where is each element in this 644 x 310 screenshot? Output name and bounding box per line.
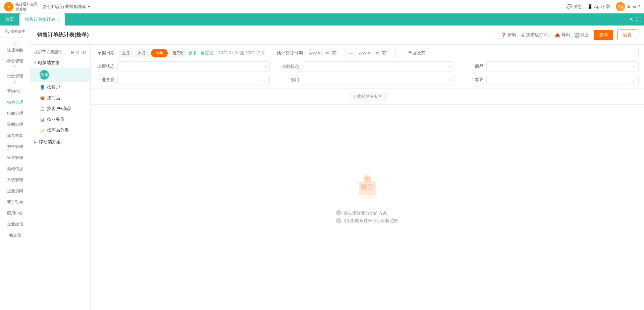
- svg-rect-4: [368, 184, 374, 186]
- status-label: 单据状态: [407, 50, 425, 56]
- sidebar-item-member[interactable]: 畅会员: [0, 230, 30, 241]
- sidebar-item-inventory[interactable]: 库存核算: [0, 130, 30, 141]
- department-label: 部门: [280, 77, 299, 83]
- workspace-selector[interactable]: 办公用品行业模拟账套 ▾: [40, 4, 93, 10]
- maximize-icon[interactable]: ⛶: [636, 17, 641, 22]
- scheme-item-by-customer[interactable]: 👤 按客户: [30, 82, 90, 93]
- logo-text: 畅捷通好生意 标准版: [15, 2, 38, 11]
- scheme-item-by-order[interactable]: 按单: [30, 68, 90, 82]
- refresh-button[interactable]: 🔄 刷新: [574, 32, 590, 38]
- date-btn-this-year[interactable]: 本年: [151, 49, 168, 57]
- sidebar-item-retail[interactable]: 零售管理 ▾: [0, 56, 30, 71]
- customer-goods-icon: 📋: [40, 106, 45, 111]
- sidebar-item-ecommerce[interactable]: 电商管理: [0, 108, 30, 119]
- chevron-up-icon: ▴: [14, 80, 16, 83]
- filter-cell-customer: 客户 ···: [465, 75, 639, 85]
- empty-tip-2: 2 用[过滤]条件来缩小分析范围: [336, 217, 398, 224]
- salesperson-input[interactable]: ···: [117, 75, 270, 85]
- filter-cell-expected-date: 预计交货日期 yyyy-mm-dd 📅 — yyyy-mm-dd 📅: [277, 48, 396, 58]
- sidebar: 🔍 搜索菜单 ☆ 快捷导航 零售管理 ▾ 批发管理 ▴ 营销推广 销售管理 电商…: [0, 25, 30, 310]
- category-icon: 🗂: [40, 127, 45, 133]
- scheme-item-by-goods[interactable]: 📦 按商品: [30, 93, 90, 103]
- tab-close-icon[interactable]: ×: [57, 17, 60, 22]
- date-btn-more[interactable]: 更多: [188, 50, 197, 56]
- tab-home[interactable]: 首页: [0, 13, 19, 25]
- date-btn-custom[interactable]: 自定义: [200, 50, 213, 56]
- filter-cell-out-status: 出库状态 ▾: [96, 61, 270, 71]
- page-header: 销售订单统计表(按单) ❓ 帮助 🖨 按模板打印 ▾ 📤 导出 🔄 刷新: [30, 25, 644, 45]
- sidebar-item-wholesale[interactable]: 批发管理 ▴: [0, 71, 30, 86]
- help-button[interactable]: ❓ 帮助: [501, 32, 516, 38]
- chevron-down-icon: ▾: [634, 51, 636, 55]
- tip-number-2: 2: [336, 218, 341, 223]
- date-label: 单据日期: [96, 50, 115, 56]
- date-separator: —: [348, 51, 353, 56]
- collapse-button[interactable]: ∧ 收起更多条件: [349, 92, 386, 101]
- goods-input[interactable]: ···: [486, 61, 639, 71]
- top-bar: 畅捷通好生意 标准版 办公用品行业模拟账套 ▾ 💬 消息 📱 App下载 Ea …: [0, 0, 644, 13]
- message-button[interactable]: 💬 消息: [567, 4, 582, 10]
- main-content: 单据日期 上月 本月 本年: [91, 45, 644, 310]
- sidebar-item-wechat[interactable]: 企业微信: [0, 219, 30, 230]
- sidebar-item-purchase[interactable]: 采购管理: [0, 119, 30, 130]
- sidebar-item-finance[interactable]: 资金管理: [0, 141, 30, 152]
- export-button[interactable]: 📤 导出: [555, 32, 570, 38]
- out-status-select[interactable]: ▾: [117, 61, 270, 71]
- date-btn-last-month[interactable]: 上月: [119, 49, 133, 57]
- close-window-icon[interactable]: ✕: [629, 17, 633, 22]
- tab-sales-order[interactable]: 销售订单统计表 ×: [19, 13, 65, 25]
- sidebar-item-basic-info[interactable]: 基础信息: [0, 163, 30, 174]
- mobile-scheme-header[interactable]: ▶ 移动端方案: [30, 137, 90, 147]
- chevron-down-icon: ▾: [265, 65, 267, 68]
- department-select[interactable]: ▾: [302, 75, 454, 85]
- tab-bar-controls: ✕ ⛶: [629, 17, 644, 22]
- scheme-item-by-salesperson[interactable]: 📊 按业务员: [30, 114, 90, 125]
- user-button[interactable]: Ea demo2: [616, 2, 640, 11]
- filter-section: 单据日期 上月 本月 本年: [91, 45, 644, 89]
- empty-tip-1: 1 请先选择要分析的方案: [336, 209, 398, 217]
- search-menu-button[interactable]: 🔍 搜索菜单: [0, 25, 30, 38]
- payment-status-select[interactable]: ▾: [302, 61, 454, 71]
- expected-date-end-input[interactable]: yyyy-mm-dd 📅: [356, 48, 396, 58]
- customer-scheme-icon: 👤: [40, 85, 45, 90]
- chevron-down-icon: ▾: [34, 61, 36, 65]
- status-select[interactable]: ▾: [428, 48, 639, 58]
- sidebar-item-newbie[interactable]: 新手引导: [0, 197, 30, 208]
- edit-scheme-icon[interactable]: ⊙: [76, 50, 80, 55]
- scheme-item-by-customer-goods[interactable]: 📋 按客户+商品: [30, 103, 90, 114]
- search-icon: 🔍: [5, 29, 10, 34]
- sidebar-item-enterprise[interactable]: 企业协同: [0, 186, 30, 197]
- filter-row-3: 业务员 ··· 部门 ▾: [96, 75, 639, 85]
- page-title: 销售订单统计表(按单): [37, 32, 89, 43]
- scheme-item-by-category[interactable]: 🗂 按商品分类: [30, 125, 90, 136]
- sidebar-item-app-center[interactable]: 应用中心: [0, 208, 30, 219]
- add-scheme-icon[interactable]: ⊕: [70, 50, 74, 55]
- filter-cell-salesperson: 业务员 ···: [96, 75, 270, 85]
- desktop-scheme-section: ▾ 电脑端方案 按单 👤 按客户 📦 按商品: [30, 58, 90, 136]
- export-icon: 📤: [555, 33, 560, 38]
- date-btn-this-month[interactable]: 本月: [135, 49, 149, 57]
- desktop-scheme-header[interactable]: ▾ 电脑端方案: [30, 58, 90, 68]
- goods-scheme-icon: 📦: [40, 95, 45, 101]
- query-button[interactable]: 查询: [594, 30, 613, 40]
- date-btn-last-7-days[interactable]: 近7天: [170, 49, 186, 57]
- sidebar-item-operations[interactable]: 经营管理: [0, 152, 30, 163]
- sidebar-item-marketing[interactable]: 营销推广: [0, 86, 30, 97]
- sidebar-item-quick-nav[interactable]: ☆ 快捷导航: [0, 38, 30, 56]
- collapse-scheme-icon[interactable]: ≪: [81, 50, 86, 55]
- out-status-label: 出库状态: [96, 63, 115, 69]
- expected-date-label: 预计交货日期: [277, 50, 303, 56]
- scheme-actions: ⊕ ⊙ ≪: [70, 50, 86, 55]
- print-button[interactable]: 🖨 按模板打印 ▾: [520, 32, 551, 38]
- settings-button[interactable]: 设置: [617, 30, 637, 40]
- star-icon: ☆: [13, 40, 17, 47]
- sidebar-item-sales[interactable]: 销售管理: [0, 97, 30, 108]
- sidebar-item-system[interactable]: 系统管理: [0, 174, 30, 186]
- app-download-button[interactable]: 📱 App下载: [587, 4, 610, 10]
- filter-cell-payment-status: 收款状态 ▾: [280, 61, 454, 71]
- refresh-icon: 🔄: [574, 33, 580, 38]
- calendar-icon-end: 📅: [382, 51, 387, 55]
- expected-date-start-input[interactable]: yyyy-mm-dd 📅: [306, 48, 346, 58]
- customer-input[interactable]: ···: [486, 75, 639, 85]
- help-icon: ❓: [501, 33, 506, 38]
